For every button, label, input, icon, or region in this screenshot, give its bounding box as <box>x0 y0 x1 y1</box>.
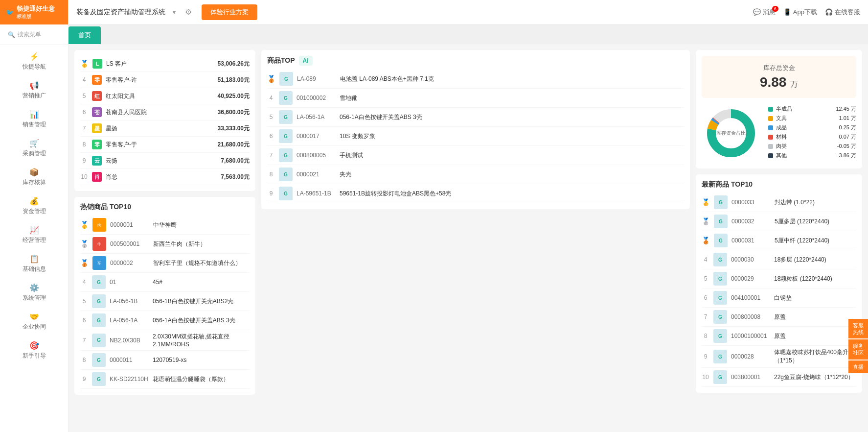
legend-color-dot <box>768 153 773 158</box>
medal-silver-icon: 🥈 <box>80 240 89 248</box>
sidebar-item-guide[interactable]: 🎯 新手引导 <box>0 336 68 365</box>
phone-icon: 📱 <box>783 8 791 16</box>
logo-icon: 🐦 <box>6 9 14 16</box>
product-code: LA-089 <box>297 75 336 82</box>
customer-badge: 红 <box>92 91 102 101</box>
legend-item: 其他 -3.86 万 <box>768 152 856 159</box>
newest-products-card: 最新商品 TOP10 🥇 G 0000033 封边带 (1.0*22) 🥈 G … <box>696 174 862 393</box>
rank-number: 4 <box>702 256 709 263</box>
guide-icon: 🎯 <box>29 341 39 350</box>
product-code: 004100001 <box>731 294 770 301</box>
sidebar-item-collaboration[interactable]: 🤝 企业协同 <box>0 307 68 336</box>
product-thumbnail: G <box>279 187 293 200</box>
product-code: 0000031 <box>731 237 771 244</box>
sales-icon: 📊 <box>29 110 39 119</box>
dropdown-chevron-icon[interactable]: ▼ <box>171 9 177 16</box>
middle-panel: 商品TOP Ai 🥉 G LA-089 电池盖 LA-089 ABS本色+黑种 … <box>261 50 690 426</box>
product-name: 45# <box>153 279 250 286</box>
medal-silver-icon: 🥈 <box>702 217 710 225</box>
product-code: 001000002 <box>297 95 336 101</box>
rank-number: 7 <box>267 152 275 159</box>
rank-number: 8 <box>80 357 88 363</box>
rank-number: 9 <box>702 353 709 360</box>
sidebar: 🐦 畅捷通好生意 标准版 🔍 搜索菜单 ⚡ 快捷导航 📢 营销推广 📊 销售管理… <box>0 0 69 432</box>
operations-label: 经营管理 <box>23 236 46 244</box>
product-name: 新西兰牛肉（新牛） <box>153 240 250 248</box>
product-code: 01 <box>110 279 149 286</box>
legend-item: 肉类 -0.05 万 <box>768 143 856 150</box>
product-name: 夹壳 <box>340 170 684 179</box>
sidebar-item-quick-nav[interactable]: ⚡ 快捷导航 <box>0 47 68 76</box>
settings-gear-icon[interactable]: ⚙ <box>185 7 192 17</box>
hotline-label: 客服热线 <box>852 322 864 336</box>
online-service-btn[interactable]: 🎧 在线客服 <box>825 8 860 17</box>
product-name: 18多层 (1220*2440) <box>774 256 856 264</box>
sidebar-item-operations[interactable]: 📈 经营管理 <box>0 220 68 249</box>
top-customers-card: 🥇 L LS 客户 53,006.26元 4 零 零售客户-许 51,183.0… <box>74 50 255 191</box>
sidebar-item-purchase[interactable]: 🛒 采购管理 <box>0 134 68 163</box>
sidebar-search-section: 🔍 搜索菜单 <box>0 24 68 45</box>
inventory-total-value-display: 9.88 万 <box>709 74 848 90</box>
legend-name: 文具 <box>776 115 836 122</box>
live-streaming-btn[interactable]: 直播 <box>848 360 868 373</box>
quick-nav-label: 快捷导航 <box>23 63 46 71</box>
hot-products-card: 热销商品 TOP10 🥇 肉 0000001 中华神鹰 🥈 牛 <box>74 197 255 395</box>
rank-number: 5 <box>702 275 709 282</box>
inventory-total-section: 库存总资金 9.88 万 <box>702 56 856 98</box>
legend-item: 文具 1.01 万 <box>768 115 856 122</box>
sales-label: 销售管理 <box>23 120 46 129</box>
quick-nav-icon: ⚡ <box>29 52 39 61</box>
inventory-icon: 📦 <box>29 168 39 177</box>
inventory-total-label: 库存总资金 <box>709 64 848 72</box>
online-service-label: 在线客服 <box>835 8 860 17</box>
marketing-icon: 📢 <box>29 81 39 90</box>
list-item: 7 G 000800005 手机测试 <box>267 146 684 165</box>
medal-bronze-icon: 🥉 <box>702 237 710 244</box>
list-item: 9 G KK-SD22110H 花语萌恒温分腿睡袋（厚款） <box>80 370 250 389</box>
app-download-btn[interactable]: 📱 App下载 <box>783 8 817 17</box>
message-icon: 💬 <box>753 8 761 16</box>
product-thumbnail: G <box>279 168 293 181</box>
tab-home[interactable]: 首页 <box>69 26 101 44</box>
customer-badge: 星 <box>92 123 102 133</box>
message-badge[interactable]: 💬 消息 6 <box>753 8 776 17</box>
product-name: 原盖 <box>774 313 856 321</box>
table-row: 🥇 L LS 客户 53,006.26元 <box>80 56 250 72</box>
rank-number: 4 <box>80 76 88 83</box>
customer-name: 零售客户-许 <box>106 76 214 84</box>
list-item: 10 G 003800001 22g鱼豆腐-烧烤味（1*12*20） <box>702 368 856 387</box>
sidebar-item-finance[interactable]: 💰 资金管理 <box>0 192 68 220</box>
inventory-unit: 万 <box>790 80 798 88</box>
newest-products-list: 🥇 G 0000033 封边带 (1.0*22) 🥈 G 0000032 5厘多… <box>702 193 856 387</box>
product-thumbnail: G <box>92 313 106 327</box>
list-item: 9 G 0000028 体嗯嘉校味苏打饮品400毫升（1*15） <box>702 346 856 368</box>
product-thumbnail: G <box>713 253 727 266</box>
sidebar-logo: 🐦 畅捷通好生意 标准版 <box>0 0 68 24</box>
float-service-panel: 客服热线 服务社区 直播 <box>848 319 868 373</box>
customer-name: 肖总 <box>106 173 217 181</box>
product-code: 10000100001 <box>731 333 770 339</box>
sidebar-item-sales[interactable]: 📊 销售管理 <box>0 105 68 134</box>
try-plan-button[interactable]: 体验行业方案 <box>202 4 257 20</box>
sidebar-item-basic-info[interactable]: 📋 基础信息 <box>0 249 68 278</box>
rank-number: 9 <box>80 376 88 383</box>
medal-gold-icon: 🥇 <box>80 60 89 68</box>
sidebar-item-inventory[interactable]: 📦 库存核算 <box>0 163 68 192</box>
list-item: 4 G 001000002 雪地靴 <box>267 89 684 108</box>
list-item: 8 G 0000011 12070519-xs <box>80 351 250 370</box>
customer-service-hotline-btn[interactable]: 客服热线 <box>848 319 868 339</box>
product-name: 59651-1B旋转投影灯电池盒ABS黑色+58壳 <box>340 190 684 198</box>
product-thumbnail: G <box>279 110 293 124</box>
sidebar-item-marketing[interactable]: 📢 营销推广 <box>0 76 68 105</box>
product-code: 0000011 <box>110 357 149 363</box>
sidebar-item-system[interactable]: ⚙️ 系统管理 <box>0 278 68 307</box>
service-community-btn[interactable]: 服务社区 <box>848 339 868 360</box>
product-thumbnail: G <box>714 195 728 209</box>
product-code: 0000001 <box>110 221 149 228</box>
list-item: 6 G 0000017 10S 变频罗浆 <box>267 127 684 146</box>
rank-number: 10 <box>80 173 88 180</box>
rank-number: 4 <box>80 279 88 286</box>
search-menu-btn[interactable]: 🔍 搜索菜单 <box>5 28 63 41</box>
product-code: 0000021 <box>297 171 336 178</box>
product-thumbnail: G <box>92 353 106 367</box>
